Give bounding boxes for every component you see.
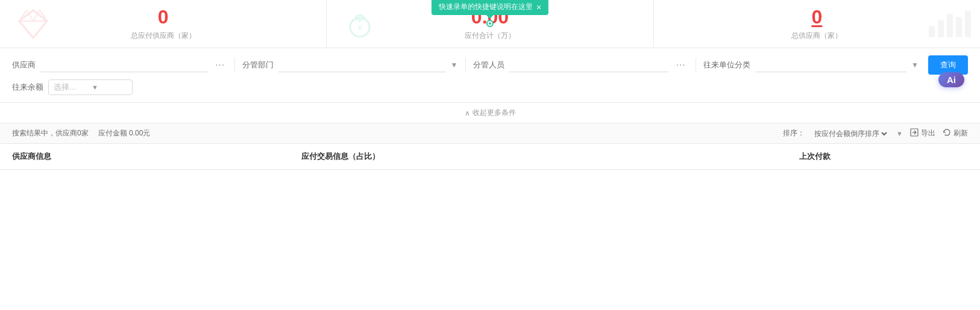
balance-placeholder: 选择... [54,82,89,93]
tooltip: 快速录单的快捷键说明在这里 × [432,0,548,15]
unit-category-input[interactable] [755,58,906,72]
filter-department: 分管部门 ▼ [242,58,457,72]
person-label: 分管人员 [473,60,504,70]
stat-payable-suppliers: 0 总应付供应商（家） [0,0,327,48]
tooltip-text: 快速录单的快捷键说明在这里 [439,2,533,12]
ai-badge[interactable]: Ai [938,72,964,87]
filter-unit-category: 往来单位分类 ▼ [703,58,919,72]
tooltip-dot [488,21,492,26]
table-body [0,170,980,310]
summary-amount: 应付金额 0.00元 [98,128,151,138]
balance-label: 往来余额 [12,82,43,93]
results-actions: 排序： 按应付会额倒序排序 ▼ 导出 刷新 [783,128,968,138]
payable-suppliers-label: 总应付供应商（家） [131,31,196,41]
refresh-button[interactable]: 刷新 [943,128,968,138]
balance-arrow: ▼ [92,84,127,91]
collapse-up-icon: ∧ [465,109,470,117]
filter-row-1: 供应商 ··· 分管部门 ▼ 分管人员 ··· 往来单位分类 ▼ 查询 [12,55,968,75]
supplier-label: 供应商 [12,60,36,70]
sort-label: 排序： [783,128,805,138]
summary-supplier: 搜索结果中，供应商0家 [12,128,89,138]
filter-area: 供应商 ··· 分管部门 ▼ 分管人员 ··· 往来单位分类 ▼ 查询 往 [0,48,980,103]
stats-bar: 0 总应付供应商（家） ¥ 快速录单的快捷键说明在这里 × 0.00 应付合计（… [0,0,980,48]
total-suppliers-count: 0 [811,7,822,28]
department-label: 分管部门 [242,60,274,70]
svg-rect-13 [956,17,962,37]
unit-category-label: 往来单位分类 [703,60,750,70]
supplier-dots[interactable]: ··· [213,60,227,70]
svg-rect-11 [938,20,944,37]
department-arrow[interactable]: ▼ [451,61,458,69]
sort-select[interactable]: 按应付会额倒序排序 [812,129,889,138]
person-dots[interactable]: ··· [673,60,688,70]
stat-payable-total: ¥ 快速录单的快捷键说明在这里 × 0.00 应付合计（万） [327,0,653,48]
total-suppliers-label: 总供应商（家） [791,31,842,41]
payable-suppliers-count: 0 [158,7,169,28]
unit-category-arrow[interactable]: ▼ [911,61,919,69]
supplier-input[interactable] [40,58,208,72]
table-header: 供应商信息 应付交易信息（占比） 上次付款 [0,144,980,170]
payable-total-label: 应付合计（万） [465,31,515,41]
export-label: 导出 [921,128,935,138]
export-icon [910,128,919,138]
divider-3 [696,58,696,72]
col-lastpay: 上次付款 [799,151,968,162]
tooltip-close-icon[interactable]: × [536,3,541,11]
results-bar: 搜索结果中，供应商0家 应付金额 0.00元 排序： 按应付会额倒序排序 ▼ 导… [0,123,980,144]
balance-select[interactable]: 选择... ▼ [48,79,133,95]
divider-2 [465,58,466,72]
moneybag-icon: ¥ [345,9,375,39]
export-button[interactable]: 导出 [910,128,935,138]
collapse-label: 收起更多条件 [473,108,516,118]
col-payable: 应付交易信息（占比） [301,151,799,162]
divider-1 [234,58,235,72]
results-summary: 搜索结果中，供应商0家 应付金额 0.00元 [12,128,150,138]
refresh-label: 刷新 [953,128,968,138]
col-supplier: 供应商信息 [12,151,301,162]
tooltip-bubble: 快速录单的快捷键说明在这里 × [432,0,548,15]
filter-supplier: 供应商 ··· [12,58,227,72]
svg-rect-10 [929,26,935,37]
svg-rect-14 [965,11,971,37]
person-input[interactable] [509,58,669,72]
filter-person: 分管人员 ··· [473,58,688,72]
svg-text:¥: ¥ [357,23,362,32]
refresh-icon [943,128,951,138]
sort-arrow: ▼ [896,130,903,137]
chart-bg-icon [926,8,974,40]
department-input[interactable] [278,58,445,72]
svg-rect-12 [947,14,953,37]
filter-row-2: 往来余额 选择... ▼ [12,79,968,95]
diamond-icon [18,9,48,39]
collapse-button[interactable]: ∧ 收起更多条件 [457,107,523,119]
collapse-bar: ∧ 收起更多条件 [0,103,980,123]
stat-total-suppliers: 0 总供应商（家） [654,0,980,48]
